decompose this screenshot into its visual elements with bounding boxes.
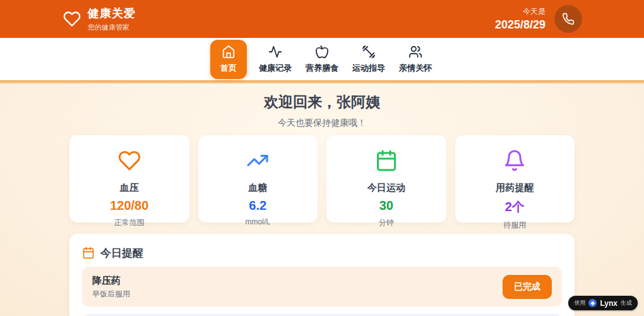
stat-sub: 分钟	[326, 217, 446, 228]
stat-sub: mmol/L	[198, 217, 318, 226]
nav-item-health-records[interactable]: 健康记录	[257, 40, 294, 79]
app-title: 健康关爱	[88, 6, 136, 21]
nav-label: 亲情关怀	[399, 63, 432, 74]
lynx-generated-badge[interactable]: 使用 ◆ Lynx 生成	[568, 296, 638, 310]
welcome-title: 欢迎回来，张阿姨	[69, 94, 575, 110]
welcome-subtitle: 今天也要保持健康哦！	[69, 116, 575, 129]
reminder-item-medication: 降压药 早饭后服用 已完成	[82, 267, 562, 307]
badge-suffix: 生成	[621, 299, 632, 307]
dumbbell-icon	[362, 45, 376, 59]
header-right: 今天是 2025/8/29	[495, 5, 582, 33]
nav-item-nutrition[interactable]: 营养膳食	[304, 40, 340, 79]
nav-label: 运动指导	[352, 63, 385, 74]
phone-icon	[562, 13, 575, 25]
phone-button[interactable]	[554, 5, 582, 33]
nav-item-exercise[interactable]: 运动指导	[350, 40, 387, 79]
nav-label: 营养膳食	[306, 63, 338, 74]
main-nav: 首页 健康记录 营养膳食 运动指导 亲情关怀	[0, 38, 644, 80]
stat-card-exercise: 今日运动 30 分钟	[326, 135, 446, 222]
lynx-logo-icon: ◆	[588, 299, 597, 307]
reminder-done-button[interactable]: 已完成	[503, 275, 552, 299]
stat-value: 6.2	[198, 198, 318, 213]
trending-up-icon	[246, 149, 269, 172]
stat-sub: 待服用	[455, 220, 575, 231]
nav-item-home[interactable]: 首页	[210, 40, 247, 79]
today-reminders-card: 今日提醒 降压药 早饭后服用 已完成	[69, 234, 575, 316]
stat-value: 120/80	[69, 198, 189, 213]
date-block: 今天是 2025/8/29	[495, 6, 546, 32]
users-icon	[408, 45, 422, 59]
nav-label: 健康记录	[259, 63, 292, 74]
home-icon	[222, 45, 236, 59]
stat-name: 用药提醒	[455, 182, 575, 194]
heart-logo-icon	[63, 10, 81, 28]
stat-card-blood-sugar: 血糖 6.2 mmol/L	[198, 135, 318, 222]
bell-icon	[503, 149, 526, 172]
main-content: 欢迎回来，张阿姨 今天也要保持健康哦！ 血压 120/80 正常范围 血糖 6.…	[0, 83, 644, 316]
date-label: 今天是	[495, 6, 546, 17]
nav-label: 首页	[220, 63, 237, 74]
reminder-text: 降压药 早饭后服用	[92, 274, 130, 299]
heart-icon	[118, 149, 141, 172]
stat-card-medication: 用药提醒 2个 待服用	[455, 135, 575, 222]
stat-card-blood-pressure: 血压 120/80 正常范围	[69, 135, 189, 222]
brand-text: 健康关爱 您的健康管家	[88, 6, 136, 32]
stat-name: 血压	[69, 182, 189, 194]
calendar-icon	[82, 246, 95, 259]
activity-icon	[268, 45, 282, 59]
reminder-note: 早饭后服用	[92, 289, 130, 299]
reminder-name: 降压药	[92, 274, 130, 287]
reminders-title: 今日提醒	[100, 246, 143, 260]
badge-brand: Lynx	[600, 299, 617, 308]
app-subtitle: 您的健康管家	[88, 23, 136, 32]
stat-value: 2个	[455, 198, 575, 216]
stat-name: 今日运动	[326, 182, 446, 194]
stat-name: 血糖	[198, 182, 318, 194]
health-care-app: 健康关爱 您的健康管家 今天是 2025/8/29 首页	[0, 0, 644, 316]
badge-prefix: 使用	[574, 299, 585, 307]
stats-row: 血压 120/80 正常范围 血糖 6.2 mmol/L 今日运动 30 分钟	[69, 135, 575, 222]
stat-sub: 正常范围	[69, 217, 189, 228]
app-brand: 健康关爱 您的健康管家	[63, 6, 136, 32]
app-header: 健康关爱 您的健康管家 今天是 2025/8/29	[0, 0, 644, 38]
calendar-icon	[375, 149, 398, 172]
reminders-header: 今日提醒	[82, 246, 562, 259]
nav-item-family-care[interactable]: 亲情关怀	[397, 40, 434, 79]
date-value: 2025/8/29	[495, 18, 546, 32]
stat-value: 30	[326, 198, 446, 213]
apple-icon	[315, 45, 329, 59]
